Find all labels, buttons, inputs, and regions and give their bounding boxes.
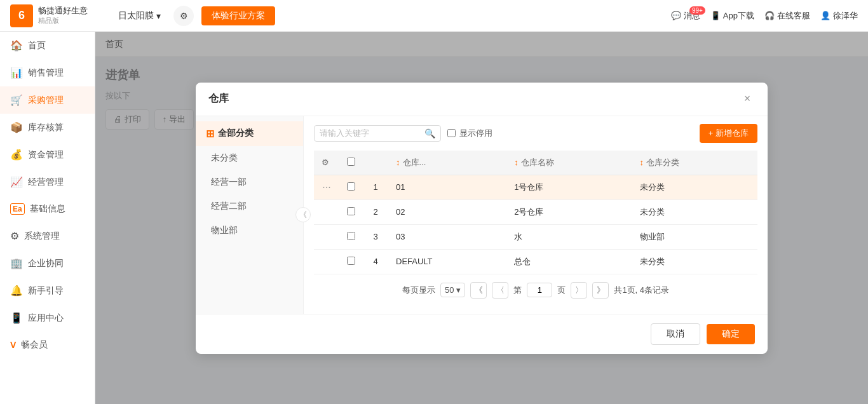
col-name-header[interactable]: ↕仓库名称: [506, 151, 632, 175]
table-row[interactable]: ··· 1 01 1号仓库 未分类: [314, 175, 757, 199]
sidebar-label-apps: 应用中心: [28, 313, 64, 324]
app-download-item[interactable]: 📱 App下载: [710, 10, 754, 22]
category-header-label: 全部分类: [218, 128, 254, 139]
category-collapse-button[interactable]: 《: [295, 207, 311, 222]
table-row[interactable]: 3 03 水 物业部: [314, 224, 757, 249]
next-page-icon: 〉: [575, 285, 583, 296]
row-actions-1: ···: [314, 175, 339, 199]
col-settings-header[interactable]: ⚙: [314, 151, 339, 175]
modal-body: ⊞ 全部分类 未分类 经营一部 经营二部 物业部 《: [196, 116, 768, 314]
grid-icon: ⊞: [206, 128, 214, 140]
row-name-1: 1号仓库: [506, 175, 632, 199]
row-checkbox-3[interactable]: [347, 232, 355, 240]
logo-area: 6 畅捷通好生意 精品版: [10, 4, 105, 27]
last-page-icon: 》: [597, 285, 605, 296]
table-row[interactable]: 4 DEFAULT 总仓 未分类: [314, 249, 757, 274]
prev-page-button[interactable]: 〈: [492, 282, 508, 299]
top-header: 6 畅捷通好生意 精品版 日太阳膜 ▾ ⚙ 体验行业方案 💬 消息 99+ 📱 …: [0, 0, 868, 32]
row-checkbox-1[interactable]: [347, 182, 355, 191]
search-icon[interactable]: 🔍: [424, 128, 435, 138]
row-checkbox-2[interactable]: [347, 207, 355, 215]
headset-icon: 🎧: [764, 11, 775, 20]
row-actions-4: [314, 249, 339, 274]
sidebar-item-sales[interactable]: 📊 销售管理: [0, 59, 95, 86]
modal-close-button[interactable]: ×: [740, 91, 755, 107]
confirm-button[interactable]: 确定: [707, 324, 755, 344]
system-icon: ⚙: [10, 230, 19, 242]
apps-icon: 📱: [10, 312, 23, 324]
table-head: ⚙ ↕仓库...: [314, 151, 757, 175]
add-warehouse-button[interactable]: + 新增仓库: [700, 124, 757, 143]
search-input[interactable]: [320, 128, 421, 138]
next-page-button[interactable]: 〉: [571, 282, 587, 299]
sidebar-item-system[interactable]: ⚙ 系统管理: [0, 222, 95, 250]
modal-overlay: 仓库 × ⊞ 全部分类 未分类 经营一部 经营二部 物业部: [95, 32, 868, 404]
row-no-3: 3: [363, 224, 388, 249]
sidebar-item-inventory[interactable]: 📦 库存核算: [0, 114, 95, 141]
row-no-1: 1: [363, 175, 388, 199]
sidebar-item-enterprise[interactable]: 🏢 企业协同: [0, 250, 95, 277]
message-badge: 99+: [689, 6, 705, 15]
row-category-1: 未分类: [632, 175, 757, 199]
prev-page-icon: 〈: [496, 285, 505, 296]
store-selector[interactable]: 日太阳膜 ▾: [113, 8, 166, 24]
dropdown-arrow-icon: ▾: [156, 11, 161, 21]
table-row[interactable]: 2 02 2号仓库 未分类: [314, 199, 757, 224]
vip-icon: V: [10, 340, 16, 350]
online-service-item[interactable]: 🎧 在线客服: [764, 10, 810, 22]
last-page-button[interactable]: 》: [592, 282, 609, 299]
row-check-2: [339, 199, 363, 224]
category-header[interactable]: ⊞ 全部分类: [196, 121, 303, 146]
logo-icon: 6: [10, 4, 33, 27]
row-code-4: DEFAULT: [388, 249, 506, 274]
category-item-dept1[interactable]: 经营一部: [196, 170, 303, 194]
row-actions-2: [314, 199, 339, 224]
sidebar-item-operations[interactable]: 📈 经营管理: [0, 168, 95, 196]
row-checkbox-4[interactable]: [347, 257, 355, 265]
sidebar-item-purchase[interactable]: 🛒 采购管理: [0, 86, 95, 114]
sidebar-label-finance: 资金管理: [28, 149, 64, 161]
sidebar-label-operations: 经营管理: [28, 177, 64, 188]
sidebar-item-basics[interactable]: Ea 基础信息: [0, 196, 95, 222]
sidebar-item-home[interactable]: 🏠 首页: [0, 32, 95, 59]
app-download-label: App下载: [723, 10, 754, 22]
row-actions-3: [314, 224, 339, 249]
avatar-icon: 👤: [820, 11, 831, 20]
modal-toolbar: 🔍 显示停用 + 新增仓库: [314, 124, 757, 143]
ellipsis-icon-1[interactable]: ···: [322, 182, 330, 192]
sidebar-item-vip[interactable]: V 畅会员: [0, 332, 95, 358]
user-avatar[interactable]: 👤 徐泽华: [820, 10, 858, 22]
show-disabled-checkbox[interactable]: [447, 129, 456, 137]
col-code-header[interactable]: ↕仓库...: [388, 151, 506, 175]
select-all-checkbox[interactable]: [347, 158, 355, 166]
page-size-selector[interactable]: 50 ▾: [440, 283, 465, 297]
sidebar-item-apps[interactable]: 📱 应用中心: [0, 304, 95, 332]
per-page-label: 每页显示: [402, 285, 435, 296]
show-disabled-checkbox-label[interactable]: 显示停用: [447, 128, 492, 139]
row-code-1: 01: [388, 175, 506, 199]
row-check-3: [339, 224, 363, 249]
industry-btn[interactable]: 体验行业方案: [201, 6, 275, 25]
page-number-input[interactable]: [527, 283, 552, 297]
category-item-property[interactable]: 物业部: [196, 219, 303, 243]
table-container: ⚙ ↕仓库...: [314, 151, 757, 274]
page-size-value: 50: [445, 285, 454, 295]
purchase-icon: 🛒: [10, 94, 23, 106]
pagination: 每页显示 50 ▾ 《 〈 第: [314, 274, 757, 306]
row-name-4: 总仓: [506, 249, 632, 274]
phone-icon: 📱: [710, 11, 721, 20]
sidebar-item-guide[interactable]: 🔔 新手引导: [0, 277, 95, 304]
category-item-uncategorized[interactable]: 未分类: [196, 146, 303, 170]
page-summary: 共1页, 4条记录: [614, 285, 669, 296]
row-check-1: [339, 175, 363, 199]
message-icon-item[interactable]: 💬 消息 99+: [671, 10, 700, 22]
modal-header: 仓库 ×: [196, 83, 768, 116]
cancel-button[interactable]: 取消: [651, 323, 700, 345]
first-page-button[interactable]: 《: [470, 282, 487, 299]
settings-button[interactable]: ⚙: [173, 6, 194, 26]
col-category-header[interactable]: ↕仓库分类: [632, 151, 757, 175]
category-item-dept2[interactable]: 经营二部: [196, 194, 303, 219]
logo-sub: 精品版: [38, 16, 88, 25]
first-page-icon: 《: [475, 285, 483, 296]
sidebar-item-finance[interactable]: 💰 资金管理: [0, 141, 95, 168]
